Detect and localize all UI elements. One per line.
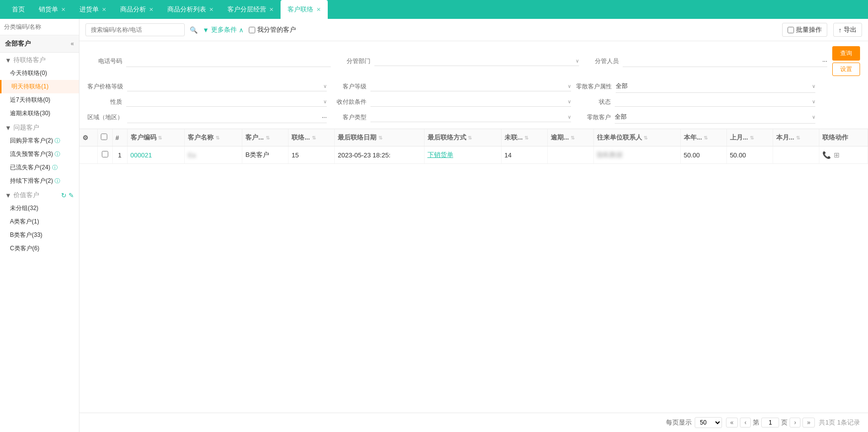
col-overdue[interactable]: 逾期... ⇅ xyxy=(547,129,593,146)
col-contact-count[interactable]: 联络... ⇅ xyxy=(289,129,335,146)
batch-checkbox[interactable] xyxy=(788,27,794,33)
my-customers-checkbox[interactable]: 我分管的客户 xyxy=(249,25,296,34)
payment-select[interactable]: ∨ xyxy=(370,97,571,107)
sidebar-item-declining[interactable]: 持续下滑客户(2) ⓘ xyxy=(0,174,79,188)
my-customers-check[interactable] xyxy=(249,27,255,33)
select-all-checkbox[interactable] xyxy=(101,134,107,140)
row-num: 1 xyxy=(112,146,127,164)
phone-input[interactable] xyxy=(126,56,331,67)
person-select[interactable]: ··· xyxy=(623,56,827,67)
row-name[interactable]: Ea xyxy=(185,146,242,164)
col-last-method[interactable]: 最后联络方式 ⇅ xyxy=(424,129,501,146)
sort-icon: ⇅ xyxy=(796,135,800,141)
col-type[interactable]: 客户... ⇅ xyxy=(242,129,289,146)
search-input[interactable] xyxy=(85,23,185,36)
table-footer: 每页显示 50 100 200 « ‹ 第 页 › » 共1页 1条记录 xyxy=(79,413,868,432)
sidebar-item-class-c[interactable]: C类客户(6) xyxy=(0,242,79,255)
row-action: 📞 ⊞ xyxy=(819,146,868,164)
row-last-date: 2023-05-23 18:25: xyxy=(335,146,424,164)
first-page-btn[interactable]: « xyxy=(726,418,738,428)
row-code[interactable]: 000021 xyxy=(127,146,185,164)
last-method-link[interactable]: 下销货单 xyxy=(428,151,453,158)
col-no-contact[interactable]: 未联... ⇅ xyxy=(501,129,547,146)
col-this-year[interactable]: 本年... ⇅ xyxy=(680,129,726,146)
sidebar-item-ungrouped[interactable]: 未分组(32) xyxy=(0,202,79,215)
last-page-btn[interactable]: » xyxy=(802,418,815,428)
nav-home[interactable]: 首页 xyxy=(5,0,32,19)
customer-level-select[interactable]: ∨ xyxy=(370,81,571,91)
next-page-btn[interactable]: › xyxy=(790,418,800,428)
col-last-date[interactable]: 最后联络日期 ⇅ xyxy=(335,129,424,146)
close-icon[interactable]: ✕ xyxy=(316,6,321,13)
export-btn[interactable]: ↑ 导出 xyxy=(833,23,863,37)
row-type: B类客户 xyxy=(242,146,289,164)
close-icon[interactable]: ✕ xyxy=(61,6,66,13)
close-icon[interactable]: ✕ xyxy=(269,6,274,13)
settings-icon[interactable]: ⚙ xyxy=(82,134,88,142)
sidebar-search-area: 🔍 xyxy=(0,19,79,35)
nav-tab-sale[interactable]: 销货单 ✕ xyxy=(32,0,72,19)
refresh-icon[interactable]: ↻ xyxy=(61,192,67,199)
dots-icon[interactable]: ··· xyxy=(822,58,827,65)
col-contact-person[interactable]: 往来单位联系人 ⇅ xyxy=(593,129,680,146)
prev-page-btn[interactable]: ‹ xyxy=(740,418,751,428)
per-page-select[interactable]: 50 100 200 xyxy=(695,417,722,428)
sidebar-item-loss-warning[interactable]: 流失预警客户(3) ⓘ xyxy=(0,147,79,161)
table-row: 1 000021 Ea B类客户 15 2023-05-23 18:25: 下销… xyxy=(79,146,868,164)
sidebar-item-tomorrow[interactable]: 明天待联络(1) xyxy=(0,80,79,93)
adv-filter-row-4: 区域（地区） ··· 客户类型 ∨ 零散客户 全部 xyxy=(87,111,860,124)
region-select[interactable]: ··· xyxy=(127,112,327,123)
query-btn[interactable]: 查询 xyxy=(832,46,860,61)
phone-action-icon[interactable]: 📞 xyxy=(822,151,831,159)
all-customers-btn[interactable]: 全部客户 « xyxy=(0,35,79,53)
search-icon[interactable]: 🔍 xyxy=(190,26,198,34)
row-checkbox[interactable] xyxy=(102,151,108,157)
filter-cell-status: 状态 ∨ xyxy=(576,97,815,107)
row-contact-person: 隐私数据 xyxy=(593,146,680,164)
grid-action-icon[interactable]: ⊞ xyxy=(834,151,840,159)
price-level-select[interactable]: ∨ xyxy=(127,81,327,91)
close-icon[interactable]: ✕ xyxy=(149,6,153,13)
status-select[interactable]: ∨ xyxy=(615,97,815,107)
sidebar-item-today[interactable]: 今天待联络(0) xyxy=(0,67,79,80)
close-icon[interactable]: ✕ xyxy=(102,6,106,13)
nav-tab-purchase[interactable]: 进货单 ✕ xyxy=(72,0,113,19)
sidebar-item-lost[interactable]: 已流失客户(24) ⓘ xyxy=(0,161,79,174)
col-last-month[interactable]: 上月... ⇅ xyxy=(726,129,773,146)
dots-icon[interactable]: ··· xyxy=(322,114,327,121)
sidebar-item-repurchase-abnormal[interactable]: 回购异常客户(2) ⓘ xyxy=(0,134,79,147)
retail-select[interactable]: 全部 ∨ xyxy=(615,111,815,124)
col-code[interactable]: 客户编码 ⇅ xyxy=(127,129,185,146)
nav-tab-customer-contact[interactable]: 客户联络 ✕ xyxy=(281,0,328,19)
col-action: 联络动作 xyxy=(819,129,868,146)
sidebar-item-class-b[interactable]: B类客户(33) xyxy=(0,228,79,242)
filter-actions: 查询 设置 xyxy=(832,46,860,76)
nav-tab-analysis[interactable]: 商品分析 ✕ xyxy=(113,0,160,19)
edit-icon[interactable]: ✎ xyxy=(69,192,74,199)
page-input[interactable] xyxy=(761,418,779,428)
status-label: 状态 xyxy=(576,98,611,106)
col-name[interactable]: 客户名称 ⇅ xyxy=(185,129,242,146)
col-settings[interactable]: ⚙ xyxy=(79,129,97,146)
sidebar-item-overdue[interactable]: 逾期未联络(30) xyxy=(0,107,79,120)
row-settings-cell xyxy=(79,146,97,164)
chevron-down-icon: ∨ xyxy=(323,83,327,89)
row-last-method[interactable]: 下销货单 xyxy=(424,146,501,164)
nav-tab-customer-segment[interactable]: 客户分层经营 ✕ xyxy=(220,0,281,19)
all-customers-label: 全部客户 xyxy=(5,39,31,48)
close-icon[interactable]: ✕ xyxy=(209,6,214,13)
retail-attr-select[interactable]: 全部 ∨ xyxy=(616,80,815,93)
batch-op-btn[interactable]: 批量操作 xyxy=(782,23,827,37)
nature-select[interactable]: ∨ xyxy=(126,97,327,107)
customer-type-select[interactable]: ∨ xyxy=(370,112,571,122)
more-filters-btn[interactable]: ▼ 更多条件 ∧ xyxy=(203,25,244,34)
advanced-filter: 电话号码 分管部门 ∨ 分管人员 ··· xyxy=(79,41,868,129)
dept-select[interactable]: ∨ xyxy=(374,56,579,66)
settings-btn[interactable]: 设置 xyxy=(832,63,860,76)
nav-tab-analysis-list[interactable]: 商品分析列表 ✕ xyxy=(160,0,220,19)
sort-icon: ⇅ xyxy=(750,135,754,141)
col-this-month[interactable]: 本月... ⇅ xyxy=(773,129,819,146)
sidebar-search-input[interactable] xyxy=(4,23,78,30)
sidebar-item-week[interactable]: 近7天待联络(0) xyxy=(0,93,79,107)
sidebar-item-class-a[interactable]: A类客户(1) xyxy=(0,215,79,228)
